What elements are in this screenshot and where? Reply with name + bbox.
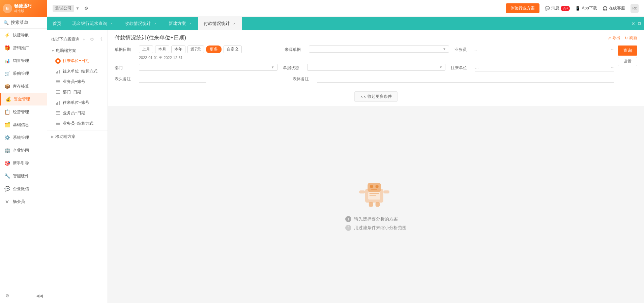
tab-bank-flow-label: 现金银行流水查询: [72, 21, 107, 27]
online-service-action[interactable]: 🎧 在线客服: [603, 5, 625, 11]
filter-settings-btn[interactable]: 设置: [618, 57, 637, 66]
tab-new-scheme-close[interactable]: ×: [188, 21, 193, 26]
counterpart-label: 往来单位: [451, 64, 470, 71]
sidebar-item-member[interactable]: V 畅会员: [0, 195, 47, 208]
refresh-btn[interactable]: ↻ 刷新: [624, 35, 637, 41]
scheme-item-dept-date[interactable]: 部门+日期: [47, 87, 108, 97]
export-btn[interactable]: ↗ 导出: [608, 35, 620, 41]
salesperson-select[interactable]: ... ···: [473, 46, 614, 53]
top-bar-settings-icon[interactable]: ⚙: [82, 4, 90, 12]
sidebar-item-inventory[interactable]: 📦 库存核算: [0, 80, 47, 93]
hint-text-2: 用过滤条件来缩小分析范围: [354, 225, 407, 231]
date-btn-this-year[interactable]: 本年: [171, 46, 185, 53]
scheme-add-btn[interactable]: +: [81, 36, 87, 42]
sidebar-item-guide[interactable]: 🎯 新手引导: [0, 157, 47, 170]
scheme-item-counterpart-account[interactable]: 往来单位+账号: [47, 97, 108, 108]
top-bar: 测试公司 ▼ ⚙ 体验行业方案 💬 消息 99+ 📱 App下载 🎧: [47, 0, 644, 17]
tab-home[interactable]: 首页: [47, 17, 67, 30]
scheme-item-chart-icon: [55, 69, 61, 74]
sidebar-brand: 畅捷通巧 标准版: [14, 3, 32, 13]
message-icon: 💬: [545, 6, 550, 11]
date-btn-this-month[interactable]: 本月: [155, 46, 169, 53]
sidebar-header: 6 畅捷通巧 标准版: [0, 0, 47, 17]
tab-receipt-stats[interactable]: 收款情况统计 ×: [119, 17, 163, 30]
header-note-input[interactable]: [139, 75, 206, 83]
sidebar-item-wechat[interactable]: 💬 企业微信: [0, 182, 47, 195]
sidebar-item-label: 资金管理: [14, 96, 30, 102]
scheme-item-table-icon: [55, 79, 61, 85]
query-btn[interactable]: 查询: [618, 46, 637, 56]
scheme-item-counterpart-settlement[interactable]: 往来单位+结算方式: [47, 66, 108, 77]
doc-status-select[interactable]: ▼: [307, 64, 446, 71]
tab-bank-flow-close[interactable]: ×: [109, 21, 114, 26]
dept-select[interactable]: ▼: [139, 64, 277, 71]
company-name: 测试公司: [53, 5, 74, 12]
svg-rect-7: [56, 90, 60, 91]
filter-row-3: 表头备注 表体备注: [115, 75, 614, 83]
empty-hint-1: 1 请先选择要分析的方案: [345, 216, 407, 222]
sidebar-item-system[interactable]: ⚙️ 系统管理: [0, 131, 47, 144]
svg-rect-1: [56, 72, 57, 73]
app-download-action[interactable]: 📱 App下载: [575, 5, 597, 11]
date-btn-custom[interactable]: 自定义: [224, 46, 242, 53]
scheme-item-salesperson-account[interactable]: 业务员+账号: [47, 77, 108, 87]
source-select[interactable]: ▼: [309, 46, 449, 53]
date-btn-last-month[interactable]: 上月: [139, 46, 153, 53]
sidebar-footer: ⚙ ◀◀: [0, 288, 47, 303]
collapse-label: 收起更多条件: [368, 94, 392, 99]
refresh-icon: ↻: [624, 36, 628, 40]
tab-receipt-stats-close[interactable]: ×: [153, 21, 158, 26]
sidebar-item-hardware[interactable]: 🔧 智能硬件: [0, 170, 47, 182]
svg-rect-15: [56, 114, 60, 115]
svg-rect-30: [370, 195, 376, 196]
salesperson-label: 业务员: [455, 46, 468, 53]
sidebar-item-finance[interactable]: 💰 资金管理: [0, 93, 47, 105]
svg-rect-23: [371, 189, 377, 190]
scheme-panel-actions: + ⚙ 《: [81, 36, 104, 42]
industry-btn[interactable]: 体验行业方案: [506, 3, 539, 13]
tab-bank-flow[interactable]: 现金银行流水查询 ×: [67, 17, 119, 30]
scheme-desktop-header[interactable]: ▼ 电脑端方案: [47, 46, 108, 56]
sidebar-item-marketing[interactable]: 🎁 营销推广: [0, 41, 47, 54]
tab-restore-icon[interactable]: ⧉: [638, 21, 641, 27]
svg-rect-17: [56, 123, 60, 124]
scheme-collapse-btn[interactable]: 《: [97, 36, 104, 42]
hint-number-1: 1: [345, 216, 351, 222]
svg-rect-11: [57, 102, 58, 105]
sidebar-settings-btn[interactable]: ⚙: [3, 291, 12, 300]
company-selector[interactable]: 测试公司 ▼: [53, 5, 80, 12]
scheme-item-salesperson-settlement[interactable]: 业务员+结算方式: [47, 118, 108, 129]
user-avatar[interactable]: Rit: [631, 4, 639, 13]
sidebar-item-basic[interactable]: 🗂️ 基础信息: [0, 118, 47, 131]
svg-rect-16: [56, 122, 60, 122]
sidebar-search-item[interactable]: 🔍 搜索菜单: [0, 17, 47, 29]
body-note-input[interactable]: [317, 75, 614, 83]
sidebar-collapse-btn[interactable]: ◀◀: [35, 291, 44, 300]
svg-rect-22: [376, 185, 379, 188]
scheme-item-salesperson-date[interactable]: 业务员+日期: [47, 108, 108, 118]
collapse-more-btn[interactable]: ∧∧ 收起更多条件: [354, 91, 398, 102]
scheme-item-label: 业务员+日期: [63, 110, 85, 116]
sidebar-item-sales[interactable]: 📊 销售管理: [0, 54, 47, 67]
scheme-divider: [47, 130, 108, 130]
date-btn-last-7days[interactable]: 近7天: [187, 46, 204, 53]
hint-number-2: 2: [345, 225, 351, 231]
scheme-item-label: 业务员+账号: [63, 79, 85, 85]
tab-new-scheme[interactable]: 新建方案 ×: [163, 17, 198, 30]
sidebar-item-label: 库存核算: [13, 84, 29, 89]
sidebar-item-purchase[interactable]: 🛒 采购管理: [0, 67, 47, 80]
sidebar-item-operation[interactable]: 📋 经营管理: [0, 105, 47, 118]
tab-payment-stats-close[interactable]: ×: [232, 21, 237, 26]
counterpart-placeholder: ...: [475, 65, 611, 70]
sidebar-item-quick-nav[interactable]: ⚡ 快捷导航: [0, 29, 47, 41]
scheme-settings-btn[interactable]: ⚙: [89, 36, 95, 42]
svg-rect-4: [56, 80, 60, 81]
date-btn-more[interactable]: 更多: [206, 46, 222, 53]
sidebar-item-enterprise[interactable]: 🏢 企业协同: [0, 144, 47, 157]
tab-payment-stats[interactable]: 付款情况统计 ×: [198, 17, 242, 30]
scheme-item-counterpart-date[interactable]: 往来单位+日期: [47, 56, 108, 66]
tab-close-all-icon[interactable]: ✕: [631, 21, 635, 26]
messages-action[interactable]: 💬 消息 99+: [545, 5, 570, 11]
counterpart-select[interactable]: ... ···: [475, 64, 614, 71]
scheme-mobile-header[interactable]: ▶ 移动端方案: [47, 132, 108, 142]
